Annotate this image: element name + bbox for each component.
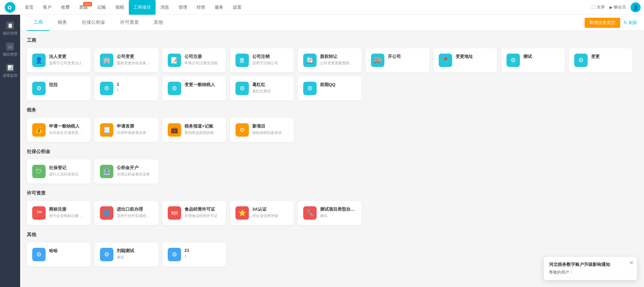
card-name: 哈哈	[49, 248, 85, 254]
card-哈哈[interactable]: ⚙哈哈	[27, 242, 91, 267]
card-变更[interactable]: ⚙变更	[569, 48, 633, 72]
card-3A认证[interactable]: ⭐3A认证对企业信誉评级	[230, 201, 294, 225]
nav-item-记账[interactable]: 记账	[93, 0, 111, 15]
tab-其他[interactable]: 其他	[147, 15, 170, 31]
card-前期QQ[interactable]: ⚙前期QQ	[298, 76, 362, 100]
card-text: 前期QQ	[320, 82, 356, 89]
sidebar-item-进度监控[interactable]: 📊进度监控	[0, 60, 20, 81]
nav-item-服务[interactable]: 服务	[210, 0, 228, 15]
sidebar-icon: 🗂	[6, 43, 14, 51]
nav-item-工商项目[interactable]: 工商项目	[129, 0, 156, 15]
card-icon: ⚙	[32, 82, 46, 95]
card-text: 测试项目类型自定义测试	[320, 206, 356, 218]
notification-popup: ✕ 河北税务数字账户升级影响通知 尊敬的用户：	[543, 257, 637, 280]
card-icon: ⚙	[574, 54, 588, 67]
card-1[interactable]: ⚙11	[95, 76, 158, 100]
refresh-label: 刷新	[629, 20, 637, 26]
card-name: 法人变更	[49, 54, 85, 60]
card-法人变更[interactable]: 👤法人变更适用于公司变更法人	[27, 48, 91, 72]
card-desc: 办理食品经营许可证	[184, 213, 221, 218]
sidebar-item-项目管理[interactable]: 📋项目管理	[0, 18, 20, 39]
card-icon: ™	[32, 206, 46, 220]
card-21[interactable]: ⚙211	[162, 242, 226, 267]
notification-close-button[interactable]: ✕	[629, 260, 634, 266]
card-食品经营许可证[interactable]: 🍽食品经营许可证办理食品经营许可证	[162, 201, 226, 225]
card-新项目[interactable]: ⚙新项目报税加税控盘保管	[230, 118, 294, 142]
cards-grid-社保公积金: 🛡社保登记进行人员社保登记🏦公积金开户办理公积金相关业务	[27, 159, 637, 184]
card-name: 开公司	[388, 54, 424, 60]
card-name: 股权转让	[320, 54, 356, 60]
card-desc: 拿到营业执照的新公司	[184, 130, 221, 135]
card-社保登记[interactable]: 🛡社保登记进行人员社保登记	[27, 159, 91, 184]
card-icon: ⚙	[168, 248, 181, 261]
card-text: 申请一般纳税人当月或次月成变更完成	[49, 123, 85, 135]
card-公司注销[interactable]: 🗑公司注销适用于注销公司	[230, 48, 294, 72]
card-desc: 办理申请发票业务	[117, 130, 153, 135]
fullscreen-button[interactable]: ⛶ 全屏	[591, 4, 605, 10]
card-变更一般纳税人[interactable]: ⚙变更一般纳税人	[162, 76, 226, 100]
sidebar-icon: 📋	[6, 21, 14, 29]
card-icon: 💰	[32, 123, 46, 137]
card-公司注册[interactable]: 📝公司注册申请公司注册全流程	[162, 48, 226, 72]
nav-item-票据[interactable]: 票据new	[74, 0, 93, 15]
card-商标注册[interactable]: ™商标注册用于企业商标注册服务	[27, 201, 91, 225]
card-text: 变更地址	[455, 54, 492, 61]
card-测试项目类型自定义[interactable]: 🔧测试项目类型自定义测试	[298, 201, 362, 225]
card-desc: 申请公司注册全流程	[184, 61, 221, 66]
nav-item-收费[interactable]: 收费	[56, 0, 74, 15]
card-name: 变更	[591, 54, 627, 60]
card-icon: 🍽	[168, 206, 181, 220]
card-股权转让[interactable]: 🔄股权转让公司变更需要股权转让	[298, 48, 362, 72]
fullscreen-icon: ⛶	[591, 5, 595, 10]
tab-工商[interactable]: 工商	[27, 15, 50, 31]
card-变更地址[interactable]: 📍变更地址	[433, 48, 497, 72]
cards-grid-工商: 👤法人变更适用于公司变更法人🏢公司变更股权变更外的业务变更📝公司注册申请公司注册…	[27, 48, 637, 100]
card-税务报道+记账[interactable]: 💼税务报道+记账拿到营业执照的新公司	[162, 118, 226, 142]
card-text: 211	[184, 248, 221, 258]
nav-badge: new	[83, 2, 92, 6]
nav-item-管理[interactable]: 管理	[174, 0, 192, 15]
section-title-许可资质: 许可资质	[27, 190, 637, 196]
card-text: 变更	[591, 54, 627, 61]
card-葛红红[interactable]: ⚙葛红红葛红红测试	[230, 76, 294, 100]
card-进出口权办理[interactable]: 🌐进出口权办理适用于对外贸易经营者	[95, 201, 158, 225]
card-icon: 🏬	[371, 54, 384, 67]
refresh-button[interactable]: ↻ 刷新	[624, 20, 637, 26]
main-content: 工商税务社保公积金许可资质其他 新增业务类型 ↻ 刷新 工商👤法人变更适用于公司…	[20, 15, 644, 287]
card-text: 拉拉	[49, 82, 85, 89]
card-开公司[interactable]: 🏬开公司	[366, 48, 429, 72]
nav-item-客户[interactable]: 客户	[38, 0, 56, 15]
card-刘聪测试[interactable]: ⚙刘聪测试测试	[95, 242, 158, 267]
card-申请一般纳税人[interactable]: 💰申请一般纳税人当月或次月成变更完成	[27, 118, 91, 142]
refresh-icon: ↻	[624, 20, 627, 25]
tab-社保公积金[interactable]: 社保公积金	[75, 15, 112, 31]
section-title-社保公积金: 社保公积金	[27, 149, 637, 155]
card-申请发票[interactable]: 🧾申请发票办理申请发票业务	[95, 118, 158, 142]
card-text: 进出口权办理适用于对外贸易经营者	[117, 206, 153, 218]
sidebar-item-项目类型[interactable]: 🗂项目类型	[0, 39, 20, 60]
card-name: 食品经营许可证	[184, 206, 221, 212]
nav-item-经营[interactable]: 经营	[192, 0, 210, 15]
card-拉拉[interactable]: ⚙拉拉	[27, 76, 91, 100]
card-icon: ⚙	[100, 82, 113, 95]
tab-许可资质[interactable]: 许可资质	[113, 15, 146, 31]
card-name: 申请一般纳税人	[49, 123, 85, 129]
nav-item-报税[interactable]: 报税	[111, 0, 129, 15]
nav-item-消息[interactable]: 消息	[156, 0, 174, 15]
user-avatar[interactable]: 👤	[631, 2, 641, 12]
card-公积金开户[interactable]: 🏦公积金开户办理公积金相关业务	[95, 159, 158, 184]
new-type-button[interactable]: 新增业务类型	[585, 18, 620, 28]
card-name: 1	[117, 82, 153, 87]
card-desc: 测试	[320, 213, 356, 218]
nav-item-首页[interactable]: 首页	[20, 0, 38, 15]
card-name: 21	[184, 248, 221, 253]
card-text: 公司注册申请公司注册全流程	[184, 54, 221, 66]
tab-税务[interactable]: 税务	[51, 15, 74, 31]
nav-item-设置[interactable]: 设置	[228, 0, 246, 15]
card-text: 变更一般纳税人	[184, 82, 221, 89]
card-公司变更[interactable]: 🏢公司变更股权变更外的业务变更	[95, 48, 158, 72]
member-button[interactable]: ▶ 畅会员	[609, 4, 626, 10]
card-测试[interactable]: ⚙测试	[501, 48, 565, 72]
card-name: 公司注册	[184, 54, 221, 60]
card-desc: 对企业信誉评级	[252, 213, 288, 218]
